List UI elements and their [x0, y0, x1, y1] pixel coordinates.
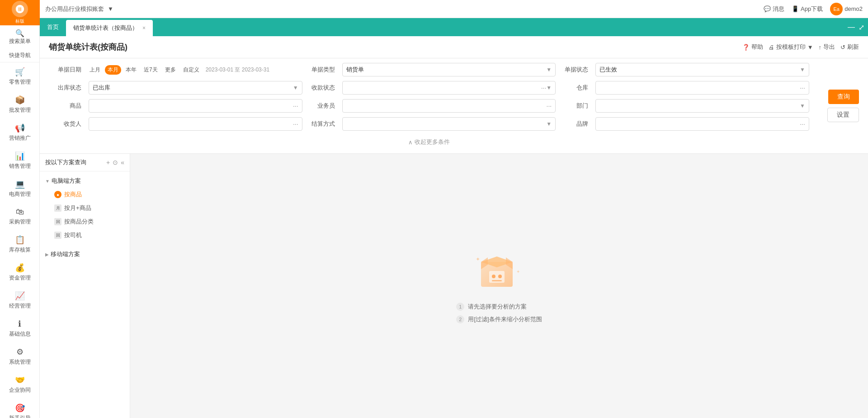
scheme-collapse-button[interactable]: «	[121, 159, 124, 166]
tab-maximize-icon[interactable]: ⤢	[859, 23, 864, 32]
sidebar-item-retail[interactable]: 🛒 零售管理	[0, 62, 39, 90]
this-month-tab[interactable]: 本月	[105, 65, 121, 75]
payment-control[interactable]: ··· ▼	[342, 81, 556, 95]
svg-point-6	[498, 275, 502, 278]
this-year-tab[interactable]: 本年	[123, 65, 139, 75]
app-download-button[interactable]: 📱 App下载	[792, 5, 823, 13]
sidebar-item-enterprise[interactable]: 🤝 企业协同	[0, 370, 39, 399]
message-button[interactable]: 💬 消息	[764, 5, 784, 13]
empty-tip-2: 2 用[过滤]条件来缩小分析范围	[456, 315, 542, 323]
filter-row-2: 出库状态 已出库 ▼ 收款状态 ··· ▼	[49, 81, 809, 95]
brand-more-icon[interactable]: ···	[800, 120, 805, 128]
svg-point-5	[492, 275, 495, 278]
sidebar-item-sales[interactable]: 📊 销售管理	[0, 147, 39, 175]
filter-out-status-section: 出库状态 已出库 ▼	[49, 81, 302, 95]
recipient-more-icon[interactable]: ···	[293, 120, 298, 128]
recipient-control[interactable]: ···	[89, 117, 302, 131]
sidebar-item-marketing[interactable]: 📢 营销推广	[0, 119, 39, 147]
doc-status-control[interactable]: 已生效 ▼	[595, 63, 809, 76]
setting-button[interactable]: 设置	[827, 108, 859, 122]
sidebar-search[interactable]: 🔍 搜索菜单	[7, 25, 33, 49]
goods-control[interactable]: ···	[89, 99, 302, 113]
query-button[interactable]: 查询	[828, 90, 859, 104]
last7-tab[interactable]: 近7天	[141, 65, 160, 75]
settlement-control[interactable]: ▼	[342, 117, 556, 131]
print-dropdown-icon[interactable]: ▼	[807, 44, 813, 51]
by-month-goods-icon: 月	[54, 204, 61, 212]
sidebar-item-basic[interactable]: ℹ 基础信息	[0, 314, 39, 342]
filter-settlement-section: 结算方式 ▼	[302, 117, 556, 131]
scheme-item-by-goods[interactable]: ● 按商品	[49, 188, 130, 201]
brand-control[interactable]: ···	[595, 117, 809, 131]
scheme-add-button[interactable]: +	[106, 159, 110, 166]
sidebar-item-purchase[interactable]: 🛍 采购管理	[0, 203, 39, 230]
enterprise-icon: 🤝	[15, 375, 25, 385]
scheme-item-by-category[interactable]: 回 按商品分类	[49, 215, 130, 228]
doc-type-dropdown-icon[interactable]: ▼	[546, 66, 552, 73]
filter-date-section: 单据日期 上月 本月 本年 近7天 更多 自定义 2023-03-01 至 20…	[49, 65, 302, 75]
refresh-button[interactable]: ↺ 刷新	[840, 43, 859, 51]
department-dropdown-icon[interactable]: ▼	[800, 103, 805, 109]
print-icon: 🖨	[769, 44, 774, 51]
topbar-dropdown-icon[interactable]: ▼	[108, 5, 113, 12]
doc-status-dropdown-icon[interactable]: ▼	[800, 66, 805, 73]
sidebar-quick-nav[interactable]: 快捷导航	[0, 49, 39, 62]
settlement-dropdown-icon[interactable]: ▼	[546, 121, 552, 127]
scheme-desktop-group-header[interactable]: ▼ 电脑端方案	[40, 174, 130, 188]
empty-state-icon: ✦ ✦	[472, 248, 526, 294]
out-status-dropdown-icon[interactable]: ▼	[293, 85, 298, 91]
scheme-desktop-group: ▼ 电脑端方案 ● 按商品 月 按月+商品 回	[40, 171, 130, 245]
scheme-mobile-group-header[interactable]: ▶ 移动端方案	[40, 247, 130, 261]
wholesale-icon: 📦	[15, 95, 25, 105]
filter-row-4: 收货人 ··· 结算方式 ▼	[49, 117, 809, 131]
logo-svg	[15, 4, 25, 14]
tab-close-icon[interactable]: ×	[142, 25, 146, 31]
sidebar-item-system[interactable]: ⚙ 系统管理	[0, 342, 39, 370]
salesperson-control[interactable]: ···	[342, 99, 556, 113]
sidebar-item-ecommerce[interactable]: 💻 电商管理	[0, 175, 39, 203]
goods-more-icon[interactable]: ···	[293, 102, 298, 109]
export-icon: ↑	[819, 44, 822, 51]
payment-more-icon[interactable]: ···	[541, 84, 547, 91]
content-area: 销货单统计表(按商品) ❓ 帮助 🖨 按模板打印 ▼ ↑ 导出 ↺ 刷新	[40, 36, 868, 418]
tab-home[interactable]: 首页	[40, 18, 66, 36]
last-month-tab[interactable]: 上月	[87, 65, 103, 75]
logo[interactable]: 标版	[0, 0, 40, 25]
collapse-bar[interactable]: ∧ 收起更多条件	[49, 135, 809, 149]
out-status-control[interactable]: 已出库 ▼	[89, 81, 302, 95]
doc-type-control[interactable]: 销货单 ▼	[342, 63, 556, 76]
sidebar-item-guide[interactable]: 🎯 新手引导	[0, 399, 39, 418]
sidebar: 标版 🔍 搜索菜单 快捷导航 🛒 零售管理 📦 批发管理 📢 营销推广 📊 销售…	[0, 0, 40, 418]
filter-warehouse-section: 仓库 ···	[556, 81, 809, 95]
page-title: 销货单统计表(按商品)	[49, 42, 127, 58]
sidebar-item-inventory[interactable]: 📋 库存核算	[0, 230, 39, 258]
filter-recipient-section: 收货人 ···	[49, 117, 302, 131]
export-button[interactable]: ↑ 导出	[819, 43, 835, 51]
doc-status-label: 单据状态	[556, 66, 592, 74]
salesperson-more-icon[interactable]: ···	[547, 102, 552, 109]
main-area: 办公用品行业模拟账套 ▼ 💬 消息 📱 App下载 Ea demo2 首页 销货…	[40, 0, 868, 418]
scheme-settings-button[interactable]: ⊙	[113, 159, 118, 166]
out-status-label: 出库状态	[49, 84, 85, 92]
scheme-item-by-driver[interactable]: 回 按司机	[49, 228, 130, 242]
warehouse-more-icon[interactable]: ···	[800, 84, 805, 91]
doc-type-value: 销货单	[346, 66, 547, 74]
sidebar-item-wholesale[interactable]: 📦 批发管理	[0, 90, 39, 119]
tab-sales-report[interactable]: 销货单统计表（按商品） ×	[66, 20, 153, 36]
user-profile[interactable]: Ea demo2	[830, 3, 863, 15]
print-button[interactable]: 🖨 按模板打印 ▼	[769, 43, 813, 51]
tab-minimize-icon[interactable]: —	[848, 23, 855, 31]
warehouse-control[interactable]: ···	[595, 81, 809, 95]
svg-rect-7	[492, 280, 502, 281]
app-icon: 📱	[792, 5, 799, 12]
purchase-icon: 🛍	[16, 207, 24, 217]
more-tab[interactable]: 更多	[162, 65, 179, 75]
scheme-item-by-month-goods[interactable]: 月 按月+商品	[49, 201, 130, 215]
help-button[interactable]: ❓ 帮助	[742, 43, 763, 51]
payment-dropdown-icon[interactable]: ▼	[546, 85, 552, 91]
custom-tab[interactable]: 自定义	[180, 65, 202, 75]
department-control[interactable]: ▼	[595, 99, 809, 113]
topbar-right: 💬 消息 📱 App下载 Ea demo2	[764, 3, 863, 15]
sidebar-item-finance[interactable]: 💰 资金管理	[0, 258, 39, 286]
sidebar-item-operations[interactable]: 📈 经营管理	[0, 286, 39, 314]
